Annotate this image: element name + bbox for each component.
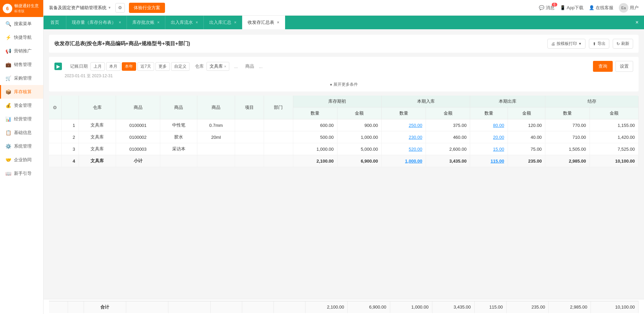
page-actions: 🖨 按模板打印 ▼ ⬆ 导出 ↻ 刷新	[547, 39, 633, 49]
subtotal-out-qty[interactable]: 115.00	[470, 155, 508, 167]
custom-date-btn[interactable]: 自定义	[171, 62, 189, 71]
row-out-qty[interactable]: 80.00	[470, 119, 508, 131]
balance-amt-header: 金额	[590, 108, 638, 119]
this-year-btn[interactable]: 本年	[122, 62, 136, 71]
user-menu[interactable]: Ea 用户	[619, 3, 639, 13]
row-in-qty[interactable]: 520.00	[381, 143, 426, 155]
sidebar-item-basic[interactable]: 📋 基础信息	[0, 126, 43, 139]
subtotal-opening-amt: 6,900.00	[337, 155, 381, 167]
purchase-icon: 🛒	[5, 76, 11, 81]
finance-icon: 💰	[5, 103, 11, 108]
sidebar-item-purchase[interactable]: 🛒 采购管理	[0, 71, 43, 85]
row-balance-amt: 1,155.00	[590, 119, 638, 131]
tab-stock-distribution[interactable]: 现存量（库存分布表） ×	[66, 16, 127, 29]
sidebar-item-search[interactable]: 🔍 搜索菜单	[0, 17, 43, 31]
sidebar-item-inventory[interactable]: 📦 库存核算	[0, 85, 43, 99]
total-balance-amt: 10,100.00	[591, 301, 639, 313]
expand-row: ▾ 展开更多条件	[54, 82, 633, 87]
chevron-down-icon: ▾	[330, 82, 332, 87]
subtotal-empty4	[264, 155, 293, 167]
gear-button[interactable]: ⚙	[115, 3, 125, 13]
tab-label: 首页	[50, 19, 59, 26]
tab-bar-close-button[interactable]: ×	[630, 19, 644, 26]
top-header-left: 装备及固定资产辅助管理系统 ▼ ⚙ 体验行业方案	[49, 3, 165, 13]
row-out-qty[interactable]: 15.00	[470, 143, 508, 155]
subtotal-in-amt: 3,435.00	[426, 155, 470, 167]
warehouse-filter-group: 仓库 文具库 × ...	[195, 62, 240, 71]
date-filter-label: 记账日期	[70, 63, 88, 69]
row-balance-amt: 1,420.00	[590, 131, 638, 143]
experience-button[interactable]: 体验行业方案	[129, 3, 165, 13]
more-date-btn[interactable]: 更多	[155, 62, 170, 71]
table-settings-icon[interactable]: ⚙	[53, 105, 57, 110]
sidebar-item-sales[interactable]: 💼 销售管理	[0, 58, 43, 71]
row-in-qty[interactable]: 250.00	[381, 119, 426, 131]
sidebar-item-label: 资金管理	[14, 102, 32, 109]
export-icon: ⬆	[593, 42, 596, 46]
warehouse-tag[interactable]: 文具库 ×	[207, 62, 229, 71]
system-icon: ⚙️	[5, 144, 11, 149]
this-month-btn[interactable]: 本月	[106, 62, 120, 71]
row-in-qty[interactable]: 230.00	[381, 131, 426, 143]
tab-close-icon[interactable]: ×	[234, 20, 236, 25]
in-qty-header: 数量	[381, 108, 426, 119]
row-opening-amt: 5,000.00	[337, 143, 381, 155]
tab-in-out-summary[interactable]: 出入库汇总 ×	[204, 16, 242, 29]
tab-batch-account[interactable]: 库存批次账 ×	[127, 16, 165, 29]
tab-close-icon[interactable]: ×	[157, 20, 160, 25]
row-out-qty[interactable]: 20.00	[470, 131, 508, 143]
sidebar-item-marketing[interactable]: 📢 营销推广	[0, 44, 43, 58]
message-button[interactable]: 💬 消息 6	[539, 5, 555, 11]
sidebar-item-quick-nav[interactable]: ⚡ 快捷导航	[0, 31, 43, 44]
sidebar-item-label: 企业协同	[14, 157, 32, 163]
last-month-btn[interactable]: 上月	[90, 62, 105, 71]
last-7days-btn[interactable]: 近7天	[137, 62, 154, 71]
total-in-qty: 1,000.00	[390, 301, 432, 313]
app-download-button[interactable]: 📱 App下载	[560, 5, 583, 11]
warehouse-filter-label: 仓库	[195, 63, 204, 69]
goods-more-btn[interactable]: ...	[257, 63, 265, 70]
export-button[interactable]: ⬆ 导出	[589, 39, 609, 49]
row-department	[264, 131, 293, 143]
tab-in-out-flow[interactable]: 出入库流水 ×	[165, 16, 204, 29]
tab-close-icon[interactable]: ×	[119, 20, 121, 25]
sidebar-item-label: 快捷导航	[14, 34, 32, 40]
expand-button[interactable]: ▾ 展开更多条件	[330, 82, 358, 87]
tab-close-icon[interactable]: ×	[277, 20, 279, 25]
out-amt-header: 金额	[508, 108, 545, 119]
subtotal-seq: 4	[61, 155, 79, 167]
row-goods-name: 中性笔	[160, 119, 197, 131]
top-header-right: 💬 消息 6 📱 App下载 👤 在线客服 Ea 用户	[539, 3, 639, 13]
tab-label: 出入库流水	[171, 19, 193, 26]
system-title[interactable]: 装备及固定资产辅助管理系统 ▼	[49, 5, 111, 11]
print-icon: 🖨	[551, 42, 555, 46]
row-balance-qty: 1,505.00	[545, 143, 590, 155]
filter-toggle-button[interactable]: ▶	[54, 63, 62, 70]
sidebar-item-system[interactable]: ⚙️ 系统管理	[0, 139, 43, 153]
print-button[interactable]: 🖨 按模板打印 ▼	[547, 39, 585, 49]
warehouse-tag-remove[interactable]: ×	[224, 64, 226, 68]
message-badge: 6	[552, 3, 557, 6]
opening-qty-header: 数量	[293, 108, 337, 119]
tab-close-icon[interactable]: ×	[196, 20, 198, 25]
system-title-text: 装备及固定资产辅助管理系统	[49, 5, 106, 11]
subtotal-in-qty[interactable]: 1,000.00	[381, 155, 426, 167]
tab-home[interactable]: 首页	[44, 16, 66, 29]
row-settings	[49, 131, 61, 143]
sidebar-item-guide[interactable]: 📖 新手引导	[0, 167, 43, 180]
total-row: 合计 2,100.00 6,900.00 1,000.00 3,435.00 1…	[49, 301, 639, 313]
sidebar-item-label: 采购管理	[14, 75, 32, 81]
sales-icon: 💼	[5, 62, 11, 67]
subtotal-balance-amt: 10,100.00	[590, 155, 638, 167]
filter-row: ▶ 记账日期 上月 本月 本年 近7天 更多 自定义 仓库	[54, 61, 633, 72]
inventory-icon: 📦	[5, 89, 11, 95]
refresh-button[interactable]: ↻ 刷新	[613, 39, 633, 49]
sidebar-item-finance[interactable]: 💰 资金管理	[0, 99, 43, 112]
settings-button[interactable]: 设置	[615, 61, 633, 72]
tab-stock-summary[interactable]: 收发存汇总表 ×	[242, 16, 285, 29]
sidebar-item-enterprise[interactable]: 🤝 企业协同	[0, 153, 43, 167]
query-button[interactable]: 查询	[593, 61, 613, 72]
sidebar-item-operation[interactable]: 📊 经营管理	[0, 112, 43, 126]
online-service-button[interactable]: 👤 在线客服	[589, 5, 613, 11]
warehouse-more-btn[interactable]: ...	[232, 63, 240, 70]
